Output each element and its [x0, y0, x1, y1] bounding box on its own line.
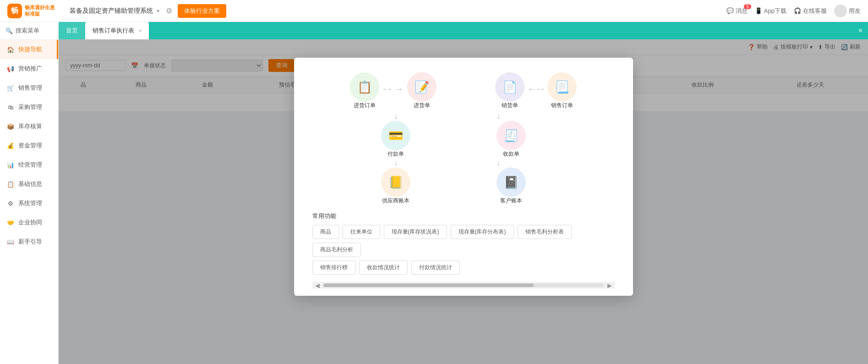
flow-item-customer-ledger[interactable]: 📓 客户账本: [497, 168, 526, 205]
newbie-icon: 📖: [6, 239, 15, 245]
finance-icon: 💰: [6, 142, 15, 149]
sidebar-search[interactable]: 🔍 搜索菜单: [0, 22, 58, 40]
dropdown-arrow-icon[interactable]: ▾: [157, 8, 159, 14]
down-arrow-payment: ↓: [394, 158, 398, 168]
sidebar-item-basic-info[interactable]: 📋 基础信息: [0, 174, 58, 194]
home-icon: 🏠: [6, 46, 15, 53]
supplier-ledger-icon: 📒: [388, 175, 403, 190]
online-service-button[interactable]: 🎧 在线客服: [794, 7, 827, 15]
operation-icon: 📊: [6, 162, 15, 168]
logo-area: 畅 畅库通好生意 标准版: [7, 4, 66, 18]
func-buttons-row1: 商品 往来单位 现存量(库存状况表) 现存量(库存分布表) 销售毛利分析表 商品…: [312, 225, 615, 257]
modal-overlay: 📋 进货订单 - - → 📝 进货: [59, 39, 868, 364]
avatar: [834, 5, 847, 17]
sidebar-item-purchase[interactable]: 🛍 采购管理: [0, 98, 58, 117]
tab-close-icon[interactable]: ×: [139, 28, 142, 33]
payment-icon: 💳: [388, 129, 403, 143]
purchase-order-icon: 📋: [357, 80, 372, 94]
tab-bar-close-icon[interactable]: ×: [858, 27, 863, 35]
user-profile[interactable]: 用友: [834, 5, 861, 17]
func-btn-goods-profit[interactable]: 商品毛利分析: [312, 243, 361, 257]
func-btn-goods[interactable]: 商品: [312, 225, 339, 239]
content-area: 首页 销售订单执行表 × × ❓ 帮助: [59, 22, 868, 364]
func-btn-stock-dist[interactable]: 现存量(库存分布表): [451, 225, 514, 239]
tab-home[interactable]: 首页: [59, 22, 85, 39]
scroll-bar: ◀ ▶: [312, 282, 615, 288]
scroll-left-arrow[interactable]: ◀: [313, 282, 322, 289]
sales-icon: 🛒: [6, 85, 15, 92]
sales-bill-icon: 📄: [502, 80, 517, 94]
purchase-icon: 🛍: [6, 104, 15, 111]
sidebar-item-enterprise[interactable]: 🤝 企业协同: [0, 213, 58, 232]
top-right: 💬 消息 5 📱 App下载 🎧 在线客服 用友: [726, 5, 861, 17]
logo-letter: 畅: [11, 6, 18, 16]
page-content: ❓ 帮助 🖨 按模板打印 ▾ ⬆ 导出 🔄: [59, 39, 868, 364]
app-download-button[interactable]: 📱 App下载: [755, 7, 786, 15]
flow-item-supplier-ledger[interactable]: 📒 供应商账本: [381, 168, 410, 205]
sidebar-item-marketing[interactable]: 📢 营销推广: [0, 59, 58, 78]
search-icon: 🔍: [5, 27, 13, 34]
scroll-right-arrow[interactable]: ▶: [606, 282, 614, 289]
flow-item-receipt[interactable]: 🧾 收款单: [497, 121, 526, 158]
flow-item-payment[interactable]: 💳 付款单: [381, 121, 410, 158]
settings-icon[interactable]: ⚙: [166, 6, 172, 15]
main-area: 🔍 搜索菜单 🏠 快捷导航 📢 营销推广 🛒 销售管理 🛍 采购管理 📦: [0, 22, 868, 364]
func-buttons-row2: 销售排行榜 收款情况统计 付款情况统计: [312, 261, 615, 275]
inventory-icon: 📦: [6, 123, 15, 130]
sidebar-item-system[interactable]: ⚙ 系统管理: [0, 194, 58, 213]
arrow-sales: - - →: [528, 84, 544, 94]
message-button[interactable]: 💬 消息 5: [726, 7, 748, 15]
sidebar-item-quick-nav[interactable]: 🏠 快捷导航: [0, 40, 58, 59]
system-title: 装备及固定资产辅助管理系统 ▾ ⚙: [70, 6, 172, 15]
quick-nav-modal: 📋 进货订单 - - → 📝 进货: [294, 58, 633, 296]
basic-info-icon: 📋: [6, 181, 15, 188]
flow-item-purchase-order[interactable]: 📋 进货订单: [350, 72, 379, 109]
message-icon: 💬: [726, 7, 734, 14]
tab-sales-order[interactable]: 销售订单执行表 ×: [85, 22, 149, 39]
sidebar-item-inventory[interactable]: 📦 库存核算: [0, 117, 58, 136]
func-btn-counterpart[interactable]: 往来单位: [343, 225, 380, 239]
purchase-bill-icon: 📝: [415, 80, 429, 94]
scroll-track[interactable]: [323, 283, 604, 287]
sidebar-item-newbie[interactable]: 📖 新手引导: [0, 232, 58, 251]
tab-bar: 首页 销售订单执行表 × ×: [59, 22, 868, 39]
common-func-title: 常用功能: [312, 212, 615, 220]
customer-ledger-icon: 📓: [504, 175, 519, 190]
func-btn-stock-status[interactable]: 现存量(库存状况表): [384, 225, 447, 239]
down-arrow-purchase: ↓: [394, 111, 398, 121]
func-btn-receipt-stats[interactable]: 收款情况统计: [359, 261, 408, 275]
sidebar-item-finance[interactable]: 💰 资金管理: [0, 136, 58, 155]
system-title-text: 装备及固定资产辅助管理系统: [70, 7, 153, 15]
common-functions: 常用功能 商品 往来单位 现存量(库存状况表) 现存量(库存分布表) 销售毛利分…: [312, 212, 615, 275]
flow-item-purchase-bill[interactable]: 📝 进货单: [407, 72, 437, 109]
func-btn-payment-stats[interactable]: 付款情况统计: [411, 261, 460, 275]
sidebar: 🔍 搜索菜单 🏠 快捷导航 📢 营销推广 🛒 销售管理 🛍 采购管理 📦: [0, 22, 59, 364]
flow-item-sales-order[interactable]: 📃 销售订单: [547, 72, 577, 109]
sales-order-icon: 📃: [555, 80, 569, 94]
arrow-purchase: - - →: [383, 84, 403, 94]
headset-icon: 🎧: [794, 7, 801, 14]
system-icon: ⚙: [6, 200, 15, 207]
marketing-icon: 📢: [6, 65, 15, 72]
app-icon: 📱: [755, 7, 762, 14]
sidebar-item-sales[interactable]: 🛒 销售管理: [0, 78, 58, 98]
flow-item-sales-bill[interactable]: 📄 销货单: [495, 72, 524, 109]
trial-button[interactable]: 体验行业方案: [178, 4, 226, 18]
func-btn-sales-profit[interactable]: 销售毛利分析表: [518, 225, 572, 239]
logo-text: 畅库通好生意 标准版: [25, 5, 55, 16]
enterprise-icon: 🤝: [6, 219, 15, 226]
down-arrow-sales: ↓: [497, 111, 501, 121]
sidebar-item-operation[interactable]: 📊 经营管理: [0, 155, 58, 174]
top-bar: 畅 畅库通好生意 标准版 装备及固定资产辅助管理系统 ▾ ⚙ 体验行业方案 💬 …: [0, 0, 868, 22]
down-arrow-receipt: ↓: [497, 158, 501, 168]
logo-icon: 畅: [7, 4, 22, 18]
receipt-icon: 🧾: [504, 129, 519, 143]
func-btn-sales-ranking[interactable]: 销售排行榜: [312, 261, 355, 275]
scroll-thumb: [323, 283, 534, 287]
message-badge: 5: [744, 4, 751, 9]
